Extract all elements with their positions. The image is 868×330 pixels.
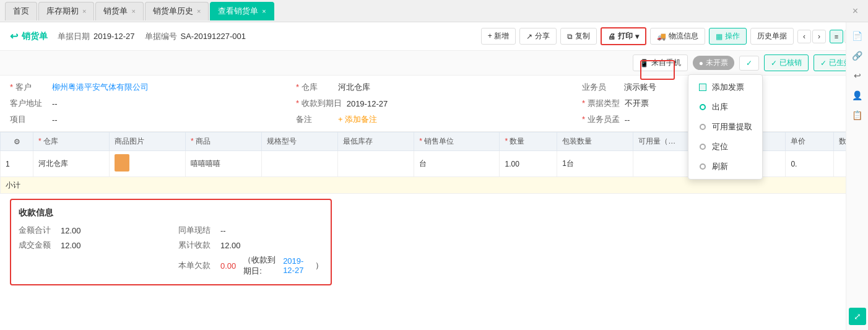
print-dropdown-arrow: ▾ <box>635 32 639 41</box>
locate-icon <box>698 142 707 151</box>
customer-row: 客户 柳州粤港平安气体有限公司 <box>10 82 286 93</box>
col-qty: 数量 <box>500 132 557 151</box>
col-pack-qty: 包装数量 <box>557 132 633 151</box>
sidebar-doc-icon[interactable]: 📄 <box>849 27 866 45</box>
doc-meta: 单据日期 2019-12-27 单据编号 SA-20191227-001 <box>58 31 471 42</box>
row-qty: 1.00 <box>500 151 557 177</box>
refresh-item[interactable]: 刷新 <box>688 157 762 176</box>
circle-icon: ● <box>699 59 703 67</box>
out-warehouse-item[interactable]: 出库 <box>688 97 762 117</box>
row-image <box>110 151 186 177</box>
add-invoice-icon <box>698 83 707 92</box>
available-qty-item[interactable]: 可用量提取 <box>688 117 762 137</box>
col-settings: ⚙ <box>1 132 33 151</box>
tab-close-view-sales[interactable]: × <box>262 7 266 15</box>
sidebar-link-icon[interactable]: 🔗 <box>849 47 866 64</box>
history-button[interactable]: 历史单据 <box>750 28 794 45</box>
tab-inventory-init[interactable]: 库存期初 × <box>38 2 94 20</box>
owe-label: 本单欠款 <box>178 260 215 271</box>
owe-row: 本单欠款 0.00 （收款到期日: 2019-12-27 ） <box>178 254 323 277</box>
project-value: -- <box>52 115 58 124</box>
owe-note: （收款到期日: <box>243 254 277 277</box>
copy-button[interactable]: ⧉ 复制 <box>560 28 597 45</box>
sidebar-expand-icon[interactable]: ⤢ <box>849 308 866 325</box>
ticket-value: 不开票 <box>625 98 649 109</box>
refresh-icon <box>698 162 707 171</box>
toolbar-right: + 新增 ↗ 分享 ⧉ 复制 🖨 打印 ▾ 🚚 物流信息 ▦ 操作 <box>481 27 858 45</box>
tab-view-sales[interactable]: 查看销货单 × <box>210 2 274 20</box>
sold-button[interactable]: ✓ 已核销 <box>764 54 809 71</box>
staff2-label: 业务员孟 <box>582 114 620 125</box>
row-unit: 台 <box>414 151 500 177</box>
amount-value: 12.00 <box>61 241 81 250</box>
print-button[interactable]: 🖨 打印 ▾ <box>601 27 646 45</box>
share-icon: ↗ <box>526 32 532 41</box>
total-label: 金额合计 <box>19 225 56 236</box>
phone-icon: 📱 <box>640 59 649 67</box>
grid-icon: ▦ <box>716 32 723 41</box>
tab-close-sales[interactable]: × <box>131 7 135 15</box>
row-pack-qty: 1台 <box>557 151 633 177</box>
sidebar-list-icon[interactable]: 📋 <box>849 106 866 124</box>
add-note-button[interactable]: + 添加备注 <box>338 114 377 125</box>
next-button[interactable]: › <box>812 30 826 43</box>
tab-home[interactable]: 首页 <box>5 2 37 20</box>
row-spec <box>262 151 338 177</box>
operation-button[interactable]: ▦ 操作 <box>709 28 747 45</box>
owe-date: 2019-12-27 <box>283 256 310 275</box>
row-price: 0. <box>786 151 834 177</box>
copy-icon: ⧉ <box>567 32 573 41</box>
list-view-button[interactable]: ≡ <box>830 30 843 43</box>
share-button[interactable]: ↗ 分享 <box>519 28 557 45</box>
col-warehouse: 仓库 <box>33 132 110 151</box>
due-date-row: 收款到期日 2019-12-27 <box>296 98 572 109</box>
locate-item[interactable]: 定位 <box>688 137 762 157</box>
logistics-button[interactable]: 🚚 物流信息 <box>650 28 705 45</box>
sidebar-user-icon[interactable]: 👤 <box>849 87 866 104</box>
receipt-grid: 金额合计 12.00 同单现结 -- 成交金额 12.00 累计收款 12.00… <box>19 225 323 277</box>
sidebar-return-icon[interactable]: ↩ <box>849 67 866 84</box>
col-unit: 销售单位 <box>414 132 500 151</box>
same-order-row: 同单现结 -- <box>178 225 323 236</box>
cumulative-label: 累计收款 <box>178 240 215 251</box>
prev-button[interactable]: ‹ <box>797 30 811 43</box>
add-invoice-item[interactable]: 添加发票 <box>688 77 762 97</box>
out-warehouse-icon <box>698 103 707 111</box>
address-label: 客户地址 <box>10 98 47 109</box>
right-sidebar: 📄 🔗 ↩ 👤 📋 ⤢ <box>846 22 868 330</box>
owe-value: 0.00 <box>220 261 236 271</box>
doc-type-label: ↩ 销货单 <box>10 30 48 42</box>
cumulative-value: 12.00 <box>220 241 241 250</box>
row-product: 嘻嘻嘻嘻 <box>186 151 262 177</box>
new-button[interactable]: + 新增 <box>481 28 516 45</box>
check-icon: ✓ <box>746 59 752 67</box>
customer-value[interactable]: 柳州粤港平安气体有限公司 <box>52 82 149 93</box>
project-label: 项目 <box>10 114 47 125</box>
tab-sales-history[interactable]: 销货单历史 × <box>145 2 209 20</box>
cumulative-row: 累计收款 12.00 <box>178 240 323 251</box>
col-min-stock: 最低库存 <box>338 132 414 151</box>
warehouse-label: 仓库 <box>296 82 333 93</box>
total-value: 12.00 <box>61 226 81 235</box>
note-row: 备注 + 添加备注 <box>296 114 572 125</box>
doc-number-item: 单据编号 SA-20191227-001 <box>145 31 246 42</box>
warehouse-row: 仓库 河北仓库 <box>296 82 572 93</box>
tab-close-inventory[interactable]: × <box>82 7 86 15</box>
same-order-label: 同单现结 <box>178 225 215 236</box>
due-date-label: 收款到期日 <box>296 98 342 109</box>
col-product: 商品 <box>186 132 262 151</box>
amount-row: 成交金额 12.00 <box>19 240 163 251</box>
check-button[interactable]: ✓ <box>739 56 759 71</box>
due-date-value: 2019-12-27 <box>347 99 388 108</box>
phone-button[interactable]: 📱 来自手机 <box>633 54 688 71</box>
close-all-button[interactable]: × <box>848 6 863 17</box>
staff-value: 演示账号 <box>624 82 656 93</box>
warehouse-value: 河北仓库 <box>338 82 370 93</box>
row-index: 1 <box>1 151 33 177</box>
tab-sales-order[interactable]: 销货单 × <box>95 2 143 20</box>
doc-header: ↩ 销货单 单据日期 2019-12-27 单据编号 SA-20191227-0… <box>0 22 868 51</box>
same-order-value: -- <box>220 226 226 235</box>
not-open-button[interactable]: ● 未开票 <box>693 56 734 70</box>
tab-close-history[interactable]: × <box>197 7 201 15</box>
operation-dropdown: 添加发票 出库 可用量提取 定位 刷新 <box>688 74 763 180</box>
